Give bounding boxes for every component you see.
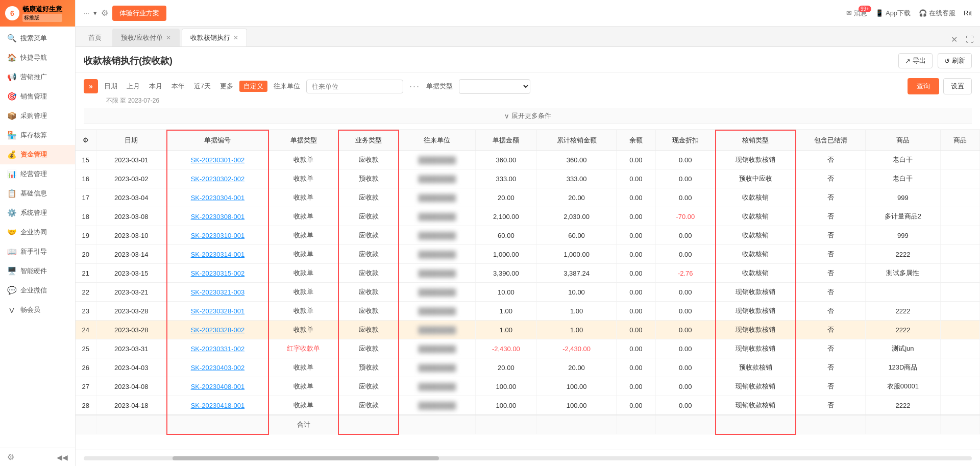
bill-no-link[interactable]: SK-20230328-001 — [191, 307, 245, 315]
table-row[interactable]: 25 2023-03-31 SK-20230331-002 红字收款单 应收款 … — [76, 339, 980, 358]
tab-prepay-close-icon[interactable]: ✕ — [166, 34, 171, 41]
col-goods: 商品 — [865, 130, 940, 151]
table-row[interactable]: 28 2023-04-18 SK-20230418-001 收款单 应收款 ██… — [76, 396, 980, 415]
tab-prepay[interactable]: 预收/应收付单 ✕ — [112, 29, 180, 46]
sidebar-item-quick[interactable]: 🏠 快捷导航 — [0, 48, 75, 67]
close-tab-button[interactable]: ✕ — [949, 33, 960, 46]
table-row[interactable]: 18 2023-03-08 SK-20230308-001 收款单 应收款 ██… — [76, 207, 980, 226]
sidebar-item-sales[interactable]: 🎯 销售管理 — [0, 87, 75, 106]
table-row[interactable]: 15 2023-03-01 SK-20230301-002 收款单 应收款 ██… — [76, 151, 980, 169]
date-custom-button[interactable]: 自定义 — [239, 81, 267, 92]
date-this-month[interactable]: 本月 — [146, 81, 165, 92]
basic-label: 基础信息 — [20, 189, 47, 198]
sidebar-item-search[interactable]: 🔍 搜索菜单 — [0, 29, 75, 48]
col-bill-no: 单据编号 — [167, 130, 268, 151]
sidebar-item-hardware[interactable]: 🖥️ 智能硬件 — [0, 261, 75, 281]
bill-no-link[interactable]: SK-20230408-001 — [191, 383, 245, 390]
sidebar-item-enterprise[interactable]: 🤝 企业协同 — [0, 223, 75, 242]
bill-no-link[interactable]: SK-20230308-001 — [191, 213, 245, 220]
table-row[interactable]: 17 2023-03-04 SK-20230304-001 收款单 应收款 ██… — [76, 188, 980, 207]
table-row[interactable]: 24 2023-03-28 SK-20230328-002 收款单 应收款 ██… — [76, 321, 980, 339]
table-row[interactable]: 23 2023-03-28 SK-20230328-001 收款单 应收款 ██… — [76, 302, 980, 321]
table-row[interactable]: 22 2023-03-21 SK-20230321-003 收款单 应收款 ██… — [76, 283, 980, 302]
sidebar-item-system[interactable]: ⚙️ 系统管理 — [0, 203, 75, 223]
sidebar-item-operation[interactable]: 📊 经营管理 — [0, 164, 75, 184]
footer-partner — [399, 415, 475, 434]
message-button[interactable]: ✉ 消息 99+ — [846, 9, 867, 18]
bill-no-link[interactable]: SK-20230301-002 — [191, 156, 245, 164]
partner-ellipsis: ··· — [409, 81, 420, 92]
cell-bill-type: 收款单 — [268, 321, 339, 339]
bill-no-link[interactable]: SK-20230321-003 — [191, 288, 245, 296]
quick-icon: 🏠 — [7, 53, 16, 62]
settings-button[interactable]: 设置 — [943, 78, 972, 94]
date-this-year[interactable]: 本年 — [168, 81, 188, 92]
sidebar-item-purchase[interactable]: 📦 采购管理 — [0, 106, 75, 126]
industry-solution-button[interactable]: 体验行业方案 — [112, 6, 166, 21]
cell-date: 2023-04-08 — [96, 377, 167, 396]
table-body: 15 2023-03-01 SK-20230301-002 收款单 应收款 ██… — [76, 151, 980, 415]
col-writeoff-amount: 累计核销金额 — [537, 130, 617, 151]
inventory-icon: 🏪 — [7, 131, 16, 140]
horizontal-scrollbar[interactable] — [84, 456, 972, 460]
refresh-button[interactable]: ↺ 刷新 — [938, 53, 972, 68]
bill-no-link[interactable]: SK-20230331-002 — [191, 345, 245, 353]
marketing-icon: 📢 — [7, 72, 16, 82]
cell-partner: ████████ — [399, 302, 475, 321]
query-button[interactable]: 查询 — [908, 78, 939, 94]
sidebar-item-guide[interactable]: 📖 新手引导 — [0, 242, 75, 261]
expand-window-button[interactable]: ⛶ — [964, 33, 976, 46]
date-last-month[interactable]: 上月 — [124, 81, 143, 92]
bill-no-link[interactable]: SK-20230328-002 — [191, 326, 245, 334]
cell-amount: 100.00 — [475, 377, 537, 396]
cell-partner: ████████ — [399, 321, 475, 339]
sidebar-item-inventory[interactable]: 🏪 库存核算 — [0, 126, 75, 145]
online-service-button[interactable]: 🎧 在线客服 — [919, 9, 955, 18]
cell-bill-type: 收款单 — [268, 245, 339, 264]
sidebar-item-wechat[interactable]: 💬 企业微信 — [0, 281, 75, 300]
col-gear[interactable]: ⚙ — [76, 130, 96, 151]
col-biz-type: 业务类型 — [338, 130, 399, 151]
sidebar-item-marketing[interactable]: 📢 营销推广 — [0, 67, 75, 87]
table-row[interactable]: 26 2023-04-03 SK-20230403-002 收款单 预收款 ██… — [76, 358, 980, 377]
topbar-gear-icon[interactable]: ⚙ — [101, 8, 108, 18]
partner-input[interactable] — [306, 80, 403, 93]
bill-no-link[interactable]: SK-20230302-002 — [191, 175, 245, 183]
bill-no-link[interactable]: SK-20230418-001 — [191, 402, 245, 409]
tab-writeoff-close-icon[interactable]: ✕ — [233, 34, 238, 41]
cell-include-settled: 否 — [796, 169, 866, 188]
cell-bill-no: SK-20230328-002 — [167, 321, 268, 339]
bill-no-link[interactable]: SK-20230310-001 — [191, 232, 245, 239]
filter-toggle-button[interactable]: » — [84, 79, 98, 93]
sidebar-item-capital[interactable]: 💰 资金管理 — [0, 145, 75, 164]
settings-icon[interactable]: ⚙ — [7, 452, 14, 462]
expand-more-button[interactable]: ∨ 展开更多条件 — [84, 108, 972, 124]
bill-no-link[interactable]: SK-20230315-002 — [191, 269, 245, 277]
table-row[interactable]: 21 2023-03-15 SK-20230315-002 收款单 应收款 ██… — [76, 264, 980, 283]
bill-no-link[interactable]: SK-20230403-002 — [191, 364, 245, 372]
topbar-breadcrumb: ··· — [84, 9, 89, 17]
table-row[interactable]: 27 2023-04-08 SK-20230408-001 收款单 应收款 ██… — [76, 377, 980, 396]
user-name[interactable]: Rit — [964, 9, 972, 17]
cell-writeoff-type: 收款核销 — [716, 188, 796, 207]
dropdown-arrow-icon[interactable]: ▾ — [93, 9, 97, 17]
phone-icon: 📱 — [875, 9, 884, 17]
tab-writeoff[interactable]: 收款核销执行 ✕ — [182, 29, 247, 46]
collapse-icon[interactable]: ◀◀ — [57, 453, 68, 461]
sidebar-item-basic[interactable]: 📋 基础信息 — [0, 184, 75, 203]
tab-home[interactable]: 首页 — [80, 29, 110, 46]
export-button[interactable]: ↗ 导出 — [898, 53, 933, 68]
cell-date: 2023-03-31 — [96, 339, 167, 358]
date-7days[interactable]: 近7天 — [191, 81, 214, 92]
bill-no-link[interactable]: SK-20230314-001 — [191, 251, 245, 258]
table-row[interactable]: 20 2023-03-14 SK-20230314-001 收款单 应收款 ██… — [76, 245, 980, 264]
date-more[interactable]: 更多 — [217, 81, 236, 92]
app-download-button[interactable]: 📱 App下载 — [875, 9, 911, 18]
sidebar-item-member[interactable]: V 畅会员 — [0, 300, 75, 320]
bill-no-link[interactable]: SK-20230304-001 — [191, 194, 245, 202]
bill-type-select[interactable] — [459, 79, 530, 94]
cell-goods: 999 — [865, 188, 940, 207]
sidebar-logo: 6 畅康道好生意 标推版 — [0, 0, 75, 27]
table-row[interactable]: 16 2023-03-02 SK-20230302-002 收款单 预收款 ██… — [76, 169, 980, 188]
table-row[interactable]: 19 2023-03-10 SK-20230310-001 收款单 应收款 ██… — [76, 226, 980, 245]
